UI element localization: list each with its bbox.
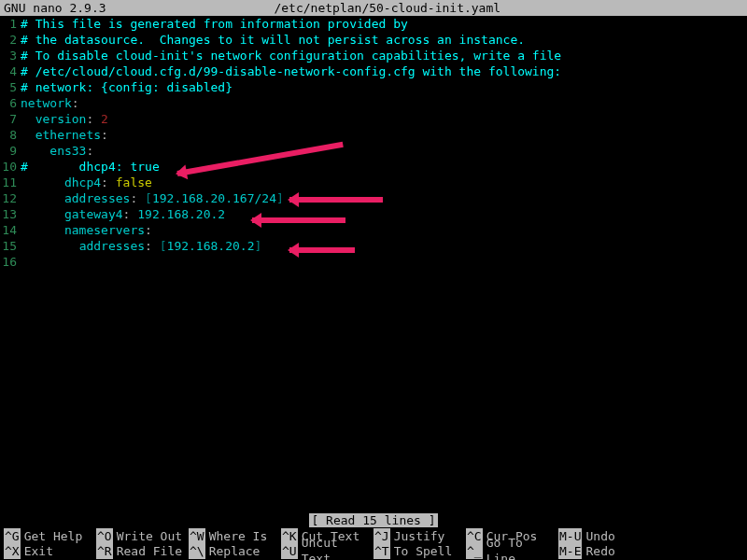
annotation-arrow-icon: [289, 197, 383, 203]
shortcut-get-help[interactable]: ^GGet Help: [4, 528, 96, 543]
code-line: version: 2: [21, 111, 747, 127]
code-line: addresses: [192.168.20.167/24]: [21, 190, 747, 206]
code-line: # This file is generated from informatio…: [21, 16, 747, 32]
shortcut-undo[interactable]: M-UUndo: [558, 528, 651, 543]
shortcut-exit[interactable]: ^XExit: [4, 543, 96, 558]
file-path: /etc/netplan/50-cloud-init.yaml: [106, 0, 669, 16]
shortcut-uncut-text[interactable]: ^UUncut Text: [281, 543, 374, 558]
code-line: # To disable cloud-init's network config…: [21, 48, 747, 63]
code-line: ens33:: [21, 143, 747, 159]
code-line: addresses: [192.168.20.2]: [21, 238, 747, 254]
code-line: ethernets:: [21, 127, 747, 143]
shortcut-read-file[interactable]: ^RRead File: [96, 543, 189, 558]
code-line: dhcp4: false: [21, 175, 747, 190]
annotation-arrow-icon: [289, 247, 355, 253]
shortcut-justify[interactable]: ^JJustify: [374, 528, 466, 543]
code-line: # network: {config: disabled}: [21, 79, 747, 95]
code-line: # /etc/cloud/cloud.cfg.d/99-disable-netw…: [21, 63, 747, 79]
app-name: GNU nano 2.9.3: [4, 0, 106, 16]
shortcut-where-is[interactable]: ^WWhere Is: [189, 528, 281, 543]
code-line: network:: [21, 95, 747, 111]
shortcut-write-out[interactable]: ^OWrite Out: [96, 528, 189, 543]
code-line: # dhcp4: true: [21, 159, 747, 175]
shortcut-replace[interactable]: ^\Replace: [189, 543, 281, 558]
annotation-arrow-icon: [252, 217, 345, 223]
titlebar: GNU nano 2.9.3 /etc/netplan/50-cloud-ini…: [0, 0, 747, 16]
shortcut-go-to-line[interactable]: ^_Go To Line: [466, 543, 558, 558]
code-line: # the datasource. Changes to it will not…: [21, 32, 747, 48]
shortcut-to-spell[interactable]: ^TTo Spell: [374, 543, 466, 558]
editor-area[interactable]: 1234 5678 9101112 13141516 # This file i…: [0, 16, 747, 524]
status-bar: [ Read 15 lines ]: [0, 512, 747, 528]
shortcut-redo[interactable]: M-ERedo: [558, 543, 651, 558]
line-gutter: 1234 5678 9101112 13141516: [0, 16, 19, 270]
code-line: gateway4: 192.168.20.2: [21, 206, 747, 222]
code-line: nameservers:: [21, 222, 747, 238]
help-bar: ^GGet Help ^OWrite Out ^WWhere Is ^KCut …: [0, 528, 747, 560]
